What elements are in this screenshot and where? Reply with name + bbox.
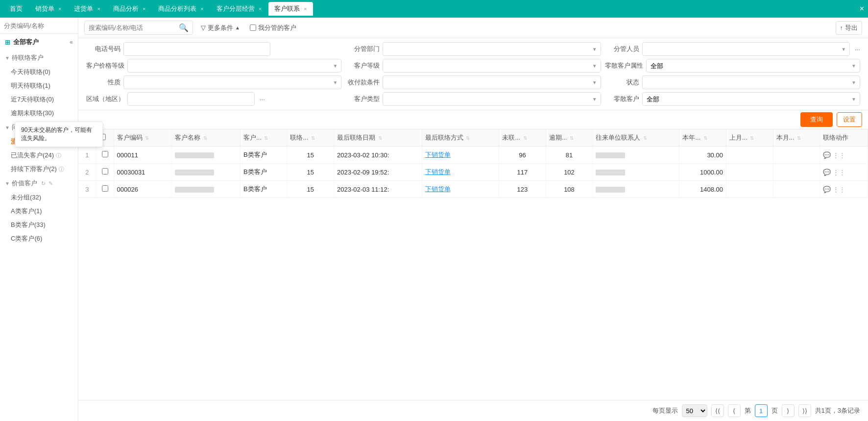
sort-icon-name[interactable]: ⇅: [203, 135, 207, 141]
sort-icon-thismonth[interactable]: ⇅: [797, 135, 801, 141]
sidebar-item-cclass[interactable]: C类客户(6): [0, 232, 78, 246]
close-tab-productanalysislist[interactable]: ×: [200, 6, 203, 12]
region-more-btn[interactable]: ···: [260, 96, 265, 103]
filter-field-payment: 收付款条件 ▼: [345, 75, 601, 89]
sort-icon-contactperson[interactable]: ⇅: [643, 135, 647, 141]
dept-select[interactable]: [383, 42, 601, 56]
sidebar-collapse-btn[interactable]: «: [70, 39, 73, 46]
payment-select[interactable]: [383, 75, 601, 89]
customertype-select[interactable]: [383, 92, 601, 106]
sidebar-item-aclass[interactable]: A类客户(1): [0, 204, 78, 218]
sort-icon-overdue[interactable]: ⇅: [570, 135, 574, 141]
next-page-btn[interactable]: ⟩: [782, 404, 795, 417]
close-tab-salesorder[interactable]: ×: [58, 6, 61, 12]
action-more-icon-0[interactable]: ⋮⋮: [833, 151, 845, 159]
per-page-select[interactable]: 50 100 200: [682, 404, 707, 417]
last-page-btn[interactable]: ⟩⟩: [798, 404, 811, 417]
region-input[interactable]: [127, 92, 255, 106]
info-icon2: ⓘ: [56, 152, 61, 159]
sort-icon-customertype[interactable]: ⇅: [264, 135, 268, 141]
row-select-2[interactable]: [102, 185, 108, 192]
sidebar-item-today[interactable]: 今天待联络(0): [0, 65, 78, 79]
close-all-btn[interactable]: ×: [860, 4, 864, 13]
nav-tab-customercontact[interactable]: 客户联系 ×: [268, 2, 313, 16]
edit-icon[interactable]: ✎: [48, 180, 53, 187]
action-more-icon-1[interactable]: ⋮⋮: [833, 169, 845, 176]
sort-icon-lastmonth[interactable]: ⇅: [750, 135, 754, 141]
action-chat-icon-1[interactable]: 💬: [823, 169, 831, 176]
lastway-link-1[interactable]: 下销货单: [425, 168, 451, 175]
row-type-2: B类客户: [240, 181, 287, 198]
close-tab-customerlayer[interactable]: ×: [259, 6, 262, 12]
action-chat-icon-0[interactable]: 💬: [823, 151, 831, 159]
table-row: 2 00030031 B类客户 15 2023-02-09 19:52: 下销货…: [78, 164, 868, 181]
pricelevel-select[interactable]: [127, 59, 341, 73]
lastway-link-0[interactable]: 下销货单: [425, 151, 451, 158]
th-uncontact-label: 未联...: [502, 134, 520, 141]
row-select-1[interactable]: [102, 168, 108, 174]
export-btn[interactable]: ↑ 导出: [836, 21, 863, 35]
scatterprop-label: 零散客户属性: [605, 61, 643, 70]
more-filter-btn[interactable]: ▽ 更多条件 ▲: [197, 22, 244, 34]
search-icon-btn[interactable]: 🔍: [179, 23, 189, 32]
main-container: 🔍 ⊞ 全部客户 « ▼ 待联络客户 今天待联络(0) 明天待联络(1) 近7天…: [0, 18, 868, 421]
sidebar-item-week[interactable]: 近7天待联络(0): [0, 93, 78, 106]
group-value-header[interactable]: ▼ 价值客户 ↻ ✎: [0, 176, 78, 191]
sort-icon-lastway[interactable]: ⇅: [466, 135, 470, 141]
scattercustomer-select[interactable]: 全部: [642, 92, 860, 106]
close-tab-purchaseorder[interactable]: ×: [97, 6, 100, 12]
nav-tab-customerlayer[interactable]: 客户分层经营 ×: [211, 2, 267, 16]
sort-icon-lastdate[interactable]: ⇅: [378, 135, 382, 141]
nav-tab-productanalysislist[interactable]: 商品分析列表 ×: [152, 2, 209, 16]
my-customers-checkbox[interactable]: [250, 25, 256, 31]
search-input[interactable]: [89, 24, 177, 31]
current-page: 1: [755, 404, 768, 417]
horizontal-scrollbar[interactable]: [78, 396, 868, 400]
sort-icon-code[interactable]: ⇅: [145, 135, 149, 141]
sort-icon-thisyear[interactable]: ⇅: [703, 135, 707, 141]
nav-tab-salesorder[interactable]: 销货单 ×: [29, 2, 67, 16]
sidebar-search-input[interactable]: [4, 22, 78, 29]
close-tab-customercontact[interactable]: ×: [304, 6, 307, 12]
sort-icon-contactcount[interactable]: ⇅: [311, 135, 315, 141]
group-pending: ▼ 待联络客户 今天待联络(0) 明天待联络(1) 近7天待联络(0) 逾期未联…: [0, 50, 78, 120]
scatterprop-select[interactable]: 全部: [646, 59, 860, 73]
group-pending-label: 待联络客户: [12, 53, 44, 62]
row-lastmonth-2: [726, 181, 773, 198]
sidebar-item-declining[interactable]: 持续下滑客户(2) ⓘ: [0, 162, 78, 176]
phone-input[interactable]: [123, 42, 270, 56]
query-button[interactable]: 查询: [800, 112, 833, 127]
status-label: 状态: [605, 78, 639, 87]
th-action-label: 联络动作: [823, 134, 848, 141]
action-chat-icon-2[interactable]: 💬: [823, 186, 831, 193]
all-customers-header[interactable]: ⊞ 全部客户 «: [0, 34, 78, 50]
sidebar-item-overdue[interactable]: 逾期未联络(30): [0, 106, 78, 120]
nav-home[interactable]: 首页: [4, 4, 28, 13]
sidebar-item-tomorrow[interactable]: 明天待联络(1): [0, 79, 78, 93]
sort-icon-uncontact[interactable]: ⇅: [523, 135, 527, 141]
settings-button[interactable]: 设置: [837, 112, 862, 127]
status-select[interactable]: [642, 75, 860, 89]
row-code-0: 000011: [114, 147, 171, 164]
row-select-0[interactable]: [102, 151, 108, 157]
nav-tab-purchaseorder[interactable]: 进货单 ×: [68, 2, 106, 16]
action-more-icon-2[interactable]: ⋮⋮: [833, 186, 845, 193]
nature-select[interactable]: [123, 75, 341, 89]
total-pages: 共1页，3条记录: [815, 406, 860, 415]
sidebar-item-churned[interactable]: 已流失客户(24) ⓘ: [0, 149, 78, 162]
first-page-btn[interactable]: ⟨⟨: [711, 404, 724, 417]
sidebar-item-bclass[interactable]: B类客户(33): [0, 218, 78, 232]
customerlevel-select[interactable]: [383, 59, 601, 73]
lastway-link-2[interactable]: 下销货单: [425, 185, 451, 193]
nav-tab-productanalysis[interactable]: 商品分析 ×: [107, 2, 151, 16]
manager-select[interactable]: [642, 42, 850, 56]
prev-page-btn[interactable]: ⟨: [728, 404, 741, 417]
sidebar-item-ungroup[interactable]: 未分组(32): [0, 191, 78, 204]
group-pending-header[interactable]: ▼ 待联络客户: [0, 50, 78, 65]
info-icon3: ⓘ: [59, 166, 64, 173]
row-overdue-1: 102: [546, 164, 593, 181]
refresh-icon[interactable]: ↻: [41, 180, 46, 187]
manager-more-btn[interactable]: ···: [855, 46, 860, 53]
week-contact-label: 近7天待联络(0): [11, 95, 54, 104]
close-tab-productanalysis[interactable]: ×: [143, 6, 145, 12]
